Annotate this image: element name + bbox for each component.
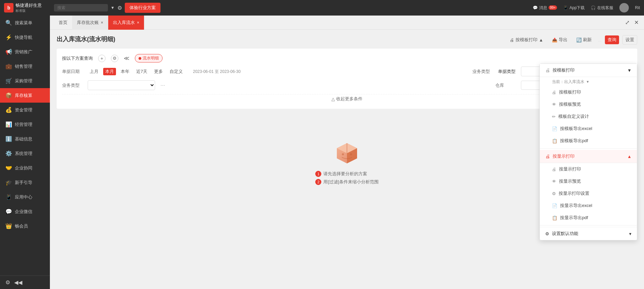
search-dropdown-btn[interactable]: ▼: [111, 5, 115, 10]
tab-close-all-btn[interactable]: ✕: [633, 18, 640, 27]
app-edition: 标准版: [16, 8, 42, 13]
sidebar-item-label: 采购管理: [15, 78, 32, 84]
sidebar-item-label: 企业协同: [15, 165, 32, 171]
dp-display-print-header[interactable]: 🖨 按显示打印 ▲: [540, 150, 637, 163]
sidebar-collapse-btn[interactable]: ◀◀: [14, 279, 22, 286]
date-tab-7days[interactable]: 近7天: [134, 68, 149, 75]
sidebar-item-membership[interactable]: 👑 畅会员: [0, 219, 50, 233]
dp-template-print-header[interactable]: 🖨 按模板打印 ▼: [540, 64, 637, 77]
query-btn[interactable]: 查询: [605, 35, 619, 44]
sidebar-item-label: 经营管理: [15, 122, 32, 128]
warehouse-label: 仓库: [495, 82, 516, 88]
filter-settings-btn[interactable]: ⚙: [111, 55, 118, 62]
sidebar-item-guide[interactable]: 🎓 新手引导: [0, 175, 50, 190]
date-range: 2023-06-01 至 2023-06-30: [193, 69, 240, 75]
filter-add-btn[interactable]: +: [98, 55, 106, 62]
dp-settings-icon: ⚙: [545, 231, 549, 236]
dp-template-pdf-item[interactable]: 📋 按模板导出pdf: [540, 135, 637, 147]
sidebar-item-label: 资金管理: [15, 107, 32, 113]
dp-template-custom-item[interactable]: ✏ 模板自定义设计: [540, 110, 637, 123]
filter-header-row: 按以下方案查询 + ⚙ ≪ 流水明细: [62, 54, 632, 62]
sidebar-item-label: 基础信息: [15, 136, 32, 142]
operations-icon: 📊: [5, 121, 12, 128]
tab-home[interactable]: 首页: [54, 16, 72, 30]
sales-icon: 💼: [5, 63, 12, 70]
page-content: 出入库流水(流水明细) 🖨 按模板打印 ▲ 📤 导出 🔄 刷新 ...: [50, 30, 644, 289]
sidebar-item-sales[interactable]: 💼 销售管理: [0, 59, 50, 74]
dp-display-print-settings-label: 按显示打印设置: [559, 190, 589, 196]
message-btn[interactable]: 💬 消息 99+: [533, 5, 557, 11]
date-label: 单据日期: [62, 69, 82, 75]
dp-display-pdf-item[interactable]: 📋 按显示导出pdf: [540, 212, 637, 224]
sidebar-item-wechat[interactable]: 💬 企业微信: [0, 204, 50, 219]
sidebar-item-inventory[interactable]: 📦 库存核算: [0, 88, 50, 103]
dp-template-excel-item[interactable]: 📄 按模板导出excel: [540, 123, 637, 135]
sidebar-item-enterprise[interactable]: 🤝 企业协同: [0, 161, 50, 175]
dp-display-excel-item[interactable]: 📄 按显示导出excel: [540, 200, 637, 212]
search-input[interactable]: [54, 4, 108, 11]
logo-char: b: [7, 5, 10, 10]
sidebar-item-system[interactable]: ⚙️ 系统管理: [0, 146, 50, 161]
settings-btn[interactable]: 设置: [622, 35, 637, 45]
refresh-label: 刷新: [583, 37, 592, 43]
dp-current-label: 当前：出入库流水 ▾: [540, 77, 637, 86]
sidebar-item-basic-info[interactable]: ℹ️ 基础信息: [0, 132, 50, 146]
top-header: b 畅捷通好生意 标准版 ▼ ⚙ 体验行业方案 💬 消息 99+ 📱 App下载…: [0, 0, 644, 16]
system-icon: ⚙️: [5, 150, 12, 157]
filter-collapse-icon[interactable]: ≪: [124, 55, 129, 61]
dp-template-print-item[interactable]: 🖨 按模板打印: [540, 86, 637, 98]
sidebar-item-operations[interactable]: 📊 经营管理: [0, 117, 50, 132]
dp-template-preview-item[interactable]: 👁 按模板预览: [540, 98, 637, 110]
date-tab-current-year[interactable]: 本年: [119, 68, 131, 75]
dp-display-preview-item[interactable]: 👁 按显示预览: [540, 175, 637, 187]
sidebar-bottom: ⚙ ◀◀: [0, 275, 50, 289]
dp-footer[interactable]: ⚙ 设置默认功能 ▾: [540, 227, 637, 240]
business-type-select[interactable]: [88, 80, 155, 90]
date-tab-custom[interactable]: 自定义: [168, 68, 185, 75]
tip-num-2: 2: [315, 179, 321, 185]
avatar[interactable]: [619, 3, 629, 12]
voucher-type-label-text: 单据类型: [498, 69, 516, 75]
content-area: 首页 库存批次账 × 出入库流水 × ⤢ ✕ 出入库流水(流水明细) 🖨: [50, 16, 644, 289]
date-tab-last-month[interactable]: 上月: [88, 68, 100, 75]
tab-inventory-batch-close[interactable]: ×: [101, 21, 103, 25]
date-tab-more[interactable]: 更多: [152, 68, 165, 75]
empty-tip-1: 1 请先选择要分析的方案: [315, 171, 378, 177]
tag-label: 流水明细: [143, 55, 159, 61]
sidebar-item-app-center[interactable]: 📱 应用中心: [0, 190, 50, 204]
tab-inventory-batch[interactable]: 库存批次账 ×: [72, 16, 108, 30]
sidebar-item-marketing[interactable]: 📢 营销推广: [0, 45, 50, 59]
refresh-btn[interactable]: 🔄 刷新: [574, 35, 594, 44]
dp-display-print-label: 按显示打印: [553, 153, 575, 159]
tab-inout-flow[interactable]: 出入库流水 ×: [108, 16, 144, 30]
sidebar-settings-btn[interactable]: ⚙: [5, 279, 10, 286]
app-name: 畅捷通好生意: [16, 2, 42, 8]
date-tab-current-month[interactable]: 本月: [103, 68, 116, 75]
tab-inout-flow-close[interactable]: ×: [137, 21, 139, 25]
export-label: 导出: [559, 37, 567, 43]
online-service-btn[interactable]: 🎧 在线客服: [591, 5, 613, 11]
tab-inventory-batch-label: 库存批次账: [77, 20, 99, 26]
dp-display-print-item[interactable]: 🖨 按显示打印: [540, 163, 637, 175]
dp-display-print-settings-item[interactable]: ⚙ 按显示打印设置: [540, 187, 637, 200]
settings-icon[interactable]: ⚙: [117, 5, 122, 11]
sidebar-item-quick-nav[interactable]: ⚡ 快捷导航: [0, 30, 50, 45]
dp-template-excel-icon: 📄: [552, 126, 557, 131]
message-badge: 99+: [549, 5, 557, 10]
basic-info-icon: ℹ️: [5, 136, 12, 142]
app-download-btn[interactable]: 📱 App下载: [563, 5, 585, 11]
sidebar-item-purchase[interactable]: 🛒 采购管理: [0, 74, 50, 88]
sidebar-scroll: 🔍 搜索菜单 ⚡ 快捷导航 📢 营销推广 💼 销售管理 🛒 采购管理 📦: [0, 16, 50, 275]
search-menu-icon: 🔍: [5, 20, 12, 26]
print-template-btn[interactable]: 🖨 按模板打印 ▲: [507, 35, 546, 44]
tab-maximize-btn[interactable]: ⤢: [624, 18, 631, 27]
sidebar-item-search-menu[interactable]: 🔍 搜索菜单: [0, 16, 50, 30]
business-type-dots[interactable]: ···: [160, 82, 165, 88]
tip-text-1: 请先选择要分析的方案: [323, 171, 367, 177]
sidebar-item-finance[interactable]: 💰 资金管理: [0, 103, 50, 117]
chevron-up-icon-dp: ▲: [627, 154, 632, 159]
trial-button[interactable]: 体验行业方案: [125, 3, 160, 13]
logo-text: 畅捷通好生意 标准版: [16, 2, 42, 13]
empty-tip-2: 2 用[过滤]条件来缩小分析范围: [315, 179, 378, 185]
export-btn[interactable]: 📤 导出: [549, 35, 570, 44]
